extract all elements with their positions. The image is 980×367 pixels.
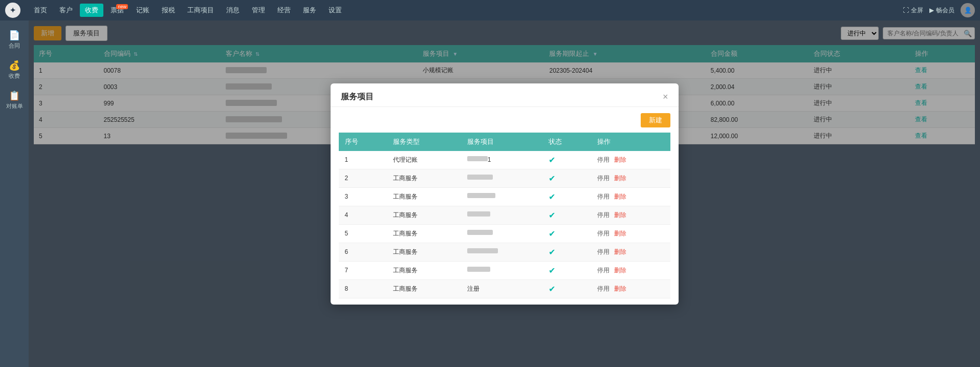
d-cell-action: 停用 删除 (591, 261, 670, 279)
sidebar: 📄 合同 💰 收费 📋 对账单 (0, 20, 29, 367)
status-check-icon: ✔ (549, 266, 555, 275)
delete-button[interactable]: 删除 (614, 211, 626, 219)
d-cell-seq: 7 (339, 261, 387, 279)
sidebar-item-fee[interactable]: 💰 收费 (0, 56, 29, 84)
stop-button[interactable]: 停用 (597, 211, 609, 219)
d-cell-type: 工商服务 (387, 169, 461, 187)
d-col-action: 操作 (591, 133, 670, 151)
stop-button[interactable]: 停用 (597, 193, 609, 200)
new-badge: new (116, 4, 128, 9)
fullscreen-icon: ⛶ (903, 7, 909, 14)
d-cell-action: 停用 删除 (591, 206, 670, 224)
sidebar-label-fee: 收费 (9, 72, 20, 80)
fullscreen-button[interactable]: ⛶ 全屏 (903, 6, 923, 15)
sidebar-item-statement[interactable]: 📋 对账单 (0, 86, 29, 114)
statement-icon: 📋 (9, 90, 20, 101)
sidebar-item-contract[interactable]: 📄 合同 (0, 26, 29, 54)
d-cell-type: 工商服务 (387, 261, 461, 279)
nav-item-business[interactable]: 工商项目 (182, 4, 219, 17)
d-cell-item: 1 (461, 151, 542, 169)
stop-button[interactable]: 停用 (597, 267, 609, 274)
member-icon: ▶ (929, 7, 934, 14)
dialog-table: 序号 服务类型 服务项目 状态 操作 1 代理记账 1 ✔ 停用 删除 (339, 133, 670, 298)
nav-item-tax[interactable]: 报税 (157, 4, 180, 17)
d-cell-seq: 6 (339, 243, 387, 261)
d-cell-seq: 8 (339, 279, 387, 298)
d-cell-type: 工商服务 (387, 243, 461, 261)
d-cell-type: 工商服务 (387, 206, 461, 224)
dialog-header: 服务项目 × (331, 83, 679, 107)
delete-button[interactable]: 删除 (614, 193, 626, 200)
contract-icon: 📄 (9, 30, 20, 41)
nav-item-message[interactable]: 消息 (221, 4, 245, 17)
d-cell-action: 停用 删除 (591, 169, 670, 187)
top-navigation: ✦ 首页 客户 收费 票据 new 记账 报税 工商项目 消息 管理 经营 服务… (0, 0, 980, 20)
d-cell-item (461, 243, 542, 261)
dialog-close-button[interactable]: × (663, 92, 668, 102)
d-cell-status: ✔ (542, 261, 591, 279)
d-cell-action: 停用 删除 (591, 243, 670, 261)
delete-button[interactable]: 删除 (614, 248, 626, 255)
d-cell-seq: 4 (339, 206, 387, 224)
status-check-icon: ✔ (549, 174, 555, 183)
nav-item-manage[interactable]: 管理 (247, 4, 270, 17)
logo-icon: ✦ (10, 6, 16, 14)
nav-item-invoice[interactable]: 票据 new (105, 4, 129, 17)
dialog-new-button[interactable]: 新建 (641, 113, 670, 127)
d-cell-item (461, 261, 542, 279)
d-cell-seq: 5 (339, 224, 387, 243)
d-cell-seq: 3 (339, 187, 387, 206)
d-cell-type: 工商服务 (387, 279, 461, 298)
status-check-icon: ✔ (549, 248, 555, 256)
fullscreen-label: 全屏 (911, 6, 923, 15)
nav-item-fee[interactable]: 收费 (80, 4, 103, 17)
d-col-item: 服务项目 (461, 133, 542, 151)
stop-button[interactable]: 停用 (597, 248, 609, 255)
dialog-body: 新建 序号 服务类型 服务项目 状态 操作 1 代理记账 (331, 107, 679, 305)
dialog-title: 服务项目 (341, 92, 374, 102)
nav-right: ⛶ 全屏 ▶ 畅会员 👤 (903, 3, 975, 17)
d-col-status: 状态 (542, 133, 591, 151)
delete-button[interactable]: 删除 (614, 156, 626, 163)
d-cell-seq: 2 (339, 169, 387, 187)
nav-item-customer[interactable]: 客户 (54, 4, 78, 17)
d-cell-action: 停用 删除 (591, 187, 670, 206)
status-check-icon: ✔ (549, 285, 555, 293)
nav-item-settings[interactable]: 设置 (323, 4, 347, 17)
member-label: 畅会员 (936, 6, 954, 15)
d-col-seq: 序号 (339, 133, 387, 151)
stop-button[interactable]: 停用 (597, 285, 609, 292)
main-content: 新增 服务项目 进行中 全部 已结束 🔍 (29, 20, 980, 367)
status-check-icon: ✔ (549, 156, 555, 164)
status-check-icon: ✔ (549, 211, 555, 220)
delete-button[interactable]: 删除 (614, 230, 626, 237)
stop-button[interactable]: 停用 (597, 156, 609, 163)
d-cell-status: ✔ (542, 169, 591, 187)
dialog-header-row: 序号 服务类型 服务项目 状态 操作 (339, 133, 670, 151)
dialog-table-row: 1 代理记账 1 ✔ 停用 删除 (339, 151, 670, 169)
d-cell-status: ✔ (542, 187, 591, 206)
delete-button[interactable]: 删除 (614, 175, 626, 182)
member-button[interactable]: ▶ 畅会员 (929, 6, 954, 15)
main-layout: 📄 合同 💰 收费 📋 对账单 新增 服务项目 进行中 全部 已结束 (0, 20, 980, 367)
nav-item-service[interactable]: 服务 (298, 4, 321, 17)
d-col-type: 服务类型 (387, 133, 461, 151)
avatar[interactable]: 👤 (961, 3, 975, 17)
status-check-icon: ✔ (549, 229, 555, 238)
d-cell-item: 注册 (461, 279, 542, 298)
d-cell-type: 工商服务 (387, 187, 461, 206)
nav-item-home[interactable]: 首页 (29, 4, 52, 17)
stop-button[interactable]: 停用 (597, 175, 609, 182)
nav-items: 首页 客户 收费 票据 new 记账 报税 工商项目 消息 管理 经营 服务 设… (29, 4, 903, 17)
d-cell-seq: 1 (339, 151, 387, 169)
fee-icon: 💰 (9, 60, 20, 71)
d-cell-item (461, 169, 542, 187)
nav-item-operation[interactable]: 经营 (272, 4, 296, 17)
stop-button[interactable]: 停用 (597, 230, 609, 237)
d-cell-type: 工商服务 (387, 224, 461, 243)
nav-item-bookkeeping[interactable]: 记账 (131, 4, 155, 17)
sidebar-label-statement: 对账单 (6, 102, 23, 110)
delete-button[interactable]: 删除 (614, 285, 626, 292)
d-cell-status: ✔ (542, 206, 591, 224)
delete-button[interactable]: 删除 (614, 267, 626, 274)
